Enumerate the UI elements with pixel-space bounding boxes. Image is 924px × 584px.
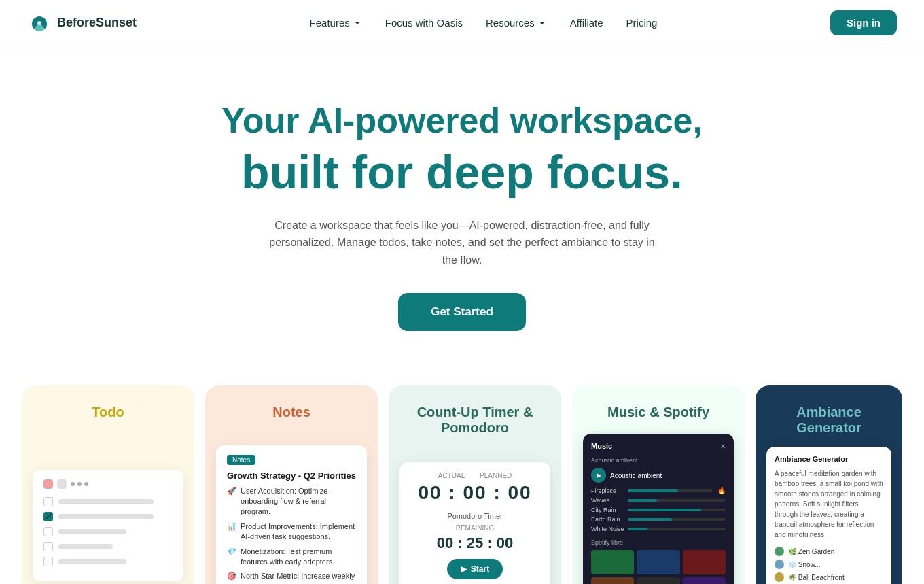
ambiance-mock: Ambiance Generator A peaceful meditation… bbox=[766, 447, 891, 584]
todo-bar-4 bbox=[58, 544, 113, 549]
todo-row-2: ✓ bbox=[43, 512, 173, 521]
timer-countup-display: 00 : 00 : 00 bbox=[410, 482, 539, 504]
music-card-title: Music & Spotify bbox=[572, 385, 745, 431]
hero-line1: Your AI-powered workspace, bbox=[27, 101, 897, 141]
ambiance-card-body: Ambiance Generator A peaceful meditation… bbox=[756, 447, 902, 584]
ambiance-section-title: Ambiance Generator bbox=[775, 455, 883, 463]
todo-checkbox-2[interactable]: ✓ bbox=[43, 512, 53, 521]
spotify-label: Spotify libre bbox=[591, 539, 726, 546]
todo-bar-3 bbox=[58, 529, 126, 534]
notes-mock: Notes Growth Strategy - Q2 Priorities 🚀 … bbox=[216, 445, 367, 584]
music-play-button[interactable]: ▶ bbox=[591, 468, 606, 483]
todo-checkbox-5[interactable] bbox=[43, 557, 53, 566]
nav-links: Features Focus with Oasis Resources Affi… bbox=[299, 12, 669, 34]
ambiance-description: A peaceful meditation garden with bamboo… bbox=[775, 468, 883, 540]
get-started-button[interactable]: Get Started bbox=[398, 293, 526, 331]
music-card-body: Music ✕ Acoustic ambient ▶ Acoustic ambi… bbox=[572, 431, 745, 584]
hero-subtitle: Create a workspace that feels like you—A… bbox=[265, 217, 659, 269]
todo-mock-header bbox=[43, 479, 173, 489]
todo-card: Todo ✓ bbox=[22, 385, 194, 584]
feature-cards-row: Todo ✓ bbox=[0, 385, 924, 584]
spotify-album-4[interactable] bbox=[591, 577, 634, 584]
ambiance-dot-snow bbox=[775, 560, 784, 569]
todo-row-5 bbox=[43, 557, 173, 566]
notes-item-1: 🚀 User Acquisition: Optimize onboarding … bbox=[227, 486, 356, 517]
ambiance-card-title: Ambiance Generator bbox=[756, 385, 902, 447]
music-mock-header: Music ✕ bbox=[591, 442, 726, 450]
music-mock: Music ✕ Acoustic ambient ▶ Acoustic ambi… bbox=[583, 434, 734, 584]
timer-remaining-label: REMAINING bbox=[410, 524, 539, 532]
spotify-album-1[interactable] bbox=[591, 550, 634, 574]
todo-color-dot bbox=[43, 479, 53, 489]
music-slider-city-rain: City Rain bbox=[591, 506, 726, 513]
nav-pricing[interactable]: Pricing bbox=[616, 12, 669, 34]
music-slider-earth-rain: Earth Rain bbox=[591, 516, 726, 523]
ambiance-scene-snow[interactable]: ❄️ Snow... bbox=[775, 560, 883, 569]
music-sounds-section: Acoustic ambient ▶ Acoustic ambient Fire… bbox=[591, 457, 726, 532]
todo-color-dot2 bbox=[57, 479, 67, 489]
todo-mock: ✓ bbox=[33, 470, 183, 581]
timer-card-body: ACTUAL PLANNED 00 : 00 : 00 Pomodoro Tim… bbox=[389, 447, 561, 584]
music-close-icon[interactable]: ✕ bbox=[720, 443, 726, 450]
music-slider-white-noise: White Noise bbox=[591, 526, 726, 532]
spotify-album-5[interactable] bbox=[637, 577, 679, 584]
notes-item-2: 📊 Product Improvements: Implement AI-dri… bbox=[227, 521, 356, 543]
ambiance-card: Ambiance Generator Ambiance Generator A … bbox=[756, 385, 902, 584]
notes-card: Notes Notes Growth Strategy - Q2 Priorit… bbox=[205, 385, 378, 584]
music-slider-fireplace: Fireplace 🔥 bbox=[591, 487, 726, 494]
hero-line2: built for deep focus. bbox=[27, 147, 897, 198]
spotify-album-3[interactable] bbox=[683, 550, 726, 574]
hero-section: Your AI-powered workspace, built for dee… bbox=[0, 46, 924, 372]
sign-in-button[interactable]: Sign in bbox=[830, 10, 897, 35]
logo-text: BeforeSunset bbox=[57, 16, 137, 30]
todo-menu-dots bbox=[71, 482, 88, 486]
notes-tag: Notes bbox=[227, 455, 255, 465]
todo-row-1 bbox=[43, 497, 173, 506]
logo[interactable]: BeforeSunset bbox=[27, 14, 137, 33]
spotify-grid bbox=[591, 550, 726, 584]
todo-checkbox-4[interactable] bbox=[43, 542, 53, 551]
nav-resources[interactable]: Resources bbox=[475, 12, 558, 34]
timer-pomodoro-label: Pomodoro Timer bbox=[410, 512, 539, 520]
svg-point-0 bbox=[37, 21, 41, 25]
nav-affiliate[interactable]: Affiliate bbox=[559, 12, 614, 34]
spotify-section: Spotify libre bbox=[591, 539, 726, 584]
todo-bar-1 bbox=[58, 499, 154, 504]
timer-actual-label: ACTUAL PLANNED bbox=[410, 472, 539, 479]
todo-checkbox-1[interactable] bbox=[43, 497, 53, 506]
music-card: Music & Spotify Music ✕ Acoustic ambient… bbox=[572, 385, 745, 584]
notes-item-3: 💎 Monetization: Test premium features wi… bbox=[227, 547, 356, 568]
notes-card-body: Notes Growth Strategy - Q2 Priorities 🚀 … bbox=[205, 431, 378, 584]
spotify-album-2[interactable] bbox=[637, 550, 679, 574]
timer-start-button[interactable]: ▶ Start bbox=[447, 559, 503, 579]
ambiance-scene-zen[interactable]: 🌿 Zen Garden bbox=[775, 547, 883, 556]
music-controls: ▶ Acoustic ambient bbox=[591, 468, 726, 483]
todo-bar-5 bbox=[58, 559, 126, 564]
timer-card-title: Count-Up Timer & Pomodoro bbox=[389, 385, 561, 447]
notes-heading: Growth Strategy - Q2 Priorities bbox=[227, 470, 356, 481]
todo-bar-2 bbox=[58, 514, 154, 519]
ambiance-scene-bali[interactable]: 🌴 Bali Beachfront bbox=[775, 572, 883, 582]
timer-card: Count-Up Timer & Pomodoro ACTUAL PLANNED… bbox=[389, 385, 561, 584]
nav-focus-oasis[interactable]: Focus with Oasis bbox=[374, 12, 474, 34]
todo-row-4 bbox=[43, 542, 173, 551]
nav-features[interactable]: Features bbox=[299, 12, 373, 34]
todo-card-title: Todo bbox=[22, 385, 194, 431]
timer-mock: ACTUAL PLANNED 00 : 00 : 00 Pomodoro Tim… bbox=[399, 462, 550, 584]
spotify-album-6[interactable] bbox=[683, 577, 726, 584]
ambiance-dot-bali bbox=[775, 572, 784, 582]
todo-checkbox-3[interactable] bbox=[43, 527, 53, 536]
ambiance-dot-zen bbox=[775, 547, 784, 556]
navigation: BeforeSunset Features Focus with Oasis R… bbox=[0, 0, 924, 46]
todo-row-3 bbox=[43, 527, 173, 536]
timer-pomodoro-display: 00 : 25 : 00 bbox=[410, 534, 539, 552]
notes-item-4: 🎯 North Star Metric: Increase weekly act… bbox=[227, 571, 356, 584]
music-track-name: Acoustic ambient bbox=[610, 472, 662, 479]
music-panel-title: Music bbox=[591, 442, 612, 450]
music-section-label: Acoustic ambient bbox=[591, 457, 726, 464]
todo-card-body: ✓ bbox=[22, 431, 194, 584]
music-slider-waves: Waves bbox=[591, 497, 726, 504]
notes-card-title: Notes bbox=[205, 385, 378, 431]
